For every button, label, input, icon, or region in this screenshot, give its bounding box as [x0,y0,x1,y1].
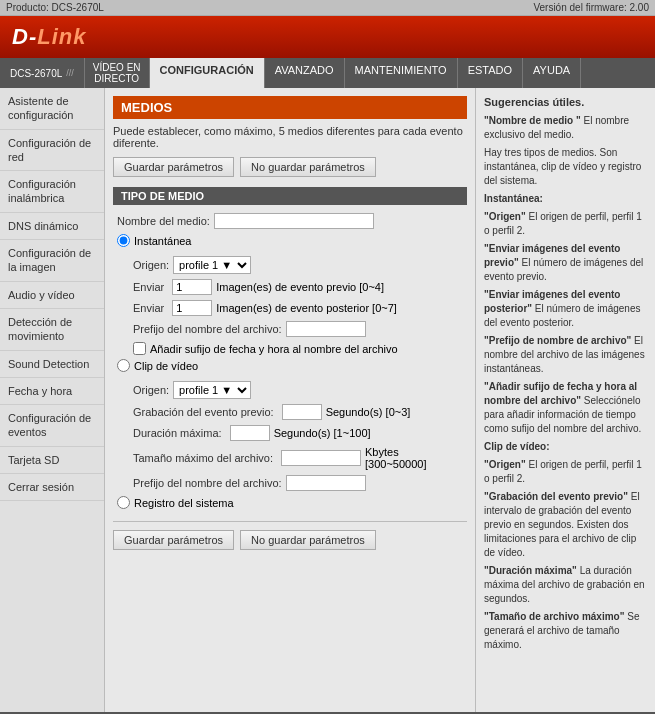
logo: D-Link [12,24,86,50]
max-duration-suffix: Segundo(s) [1~100] [274,427,371,439]
max-size-suffix: Kbytes [300~50000] [365,446,463,470]
content-area: MEDIOS Puede establecer, como máximo, 5 … [105,88,475,712]
sidebar-item-cerrar[interactable]: Cerrar sesión [0,474,104,501]
help-item-12: "Duración máxima" La duración máxima del… [484,564,647,606]
subsection-title: TIPO DE MEDIO [113,187,467,205]
send-post-label: Enviar [133,302,164,314]
sidebar-item-fecha[interactable]: Fecha y hora [0,378,104,405]
product-label: Producto: DCS-2670L [6,2,104,13]
send-post-input[interactable] [172,300,212,316]
breadcrumb-label: DCS-2670L [10,68,62,79]
record-prev-input[interactable] [282,404,322,420]
tab-ayuda[interactable]: AYUDA [523,58,581,88]
sidebar-item-dns[interactable]: DNS dinámico [0,213,104,240]
tab-mantenimiento[interactable]: MANTENIMIENTO [345,58,458,88]
tab-ayuda-label: AYUDA [533,64,570,76]
tab-estado[interactable]: ESTADO [458,58,523,88]
tab-configuracion[interactable]: CONFIGURACIÓN [150,58,265,88]
help-item-10: "Origen" El origen de perfil, perfil 1 o… [484,458,647,486]
help-item-9: Clip de vídeo: [484,440,647,454]
radio-instant-input[interactable] [117,234,130,247]
description: Puede establecer, como máximo, 5 medios … [113,125,467,149]
record-prev-row: Grabación del evento previo: Segundo(s) … [113,404,467,420]
main-layout: Asistente de configuración Configuración… [0,88,655,712]
help-item-1: "Nombre de medio " El nombre exclusivo d… [484,114,647,142]
send-prev-row: Enviar Imagen(es) de evento previo [0~4] [113,279,467,295]
radio-instant-row: Instantánea [113,234,467,251]
send-post-row: Enviar Imagen(es) de evento posterior [0… [113,300,467,316]
radio-clip-input[interactable] [117,359,130,372]
send-prev-label: Enviar [133,281,164,293]
sidebar: Asistente de configuración Configuración… [0,88,105,712]
help-panel: Sugerencias útiles. "Nombre de medio " E… [475,88,655,712]
sidebar-item-sound[interactable]: Sound Detection [0,351,104,378]
record-prev-label: Grabación del evento previo: [133,406,274,418]
help-item-11: "Grabación del evento previo" El interva… [484,490,647,560]
radio-syslog-row: Registro del sistema [113,496,467,513]
clip-origin-select[interactable]: profile 1 ▼ [173,381,251,399]
radio-instant-label: Instantánea [134,235,192,247]
separator [113,521,467,522]
nav-bar: DCS-2670L /// VÍDEO EN DIRECTO CONFIGURA… [0,58,655,88]
bottom-btn-row: Guardar parámetros No guardar parámetros [113,530,467,550]
sidebar-item-asistente[interactable]: Asistente de configuración [0,88,104,130]
prefix-row: Prefijo del nombre del archivo: [113,321,467,337]
help-item-6: "Enviar imágenes del evento posterior" E… [484,288,647,330]
tab-mantenimiento-label: MANTENIMIENTO [355,64,447,76]
max-size-row: Tamaño máximo del archivo: Kbytes [300~5… [113,446,467,470]
help-item-4: "Origen" El origen de perfil, perfil 1 o… [484,210,647,238]
top-bar: Producto: DCS-2670L Versión del firmware… [0,0,655,16]
media-name-label: Nombre del medio: [117,215,210,227]
save-params-btn-top[interactable]: Guardar parámetros [113,157,234,177]
radio-clip: Clip de vídeo [117,359,198,372]
help-item-7: "Prefijo de nombre de archivo" El nombre… [484,334,647,376]
suffix-label: Añadir sufijo de fecha y hora al nombre … [150,343,398,355]
sidebar-item-inalambrica[interactable]: Configuración inalámbrica [0,171,104,213]
clip-prefix-input[interactable] [286,475,366,491]
origin-select[interactable]: profile 1 ▼ [173,256,251,274]
clip-origin-label: Origen: [133,384,169,396]
media-name-row: Nombre del medio: [113,213,467,229]
sidebar-item-audio-video[interactable]: Audio y vídeo [0,282,104,309]
radio-syslog-label: Registro del sistema [134,497,234,509]
radio-syslog-input[interactable] [117,496,130,509]
tab-avanzado-label: AVANZADO [275,64,334,76]
send-prev-input[interactable] [172,279,212,295]
max-duration-label: Duración máxima: [133,427,222,439]
max-size-input[interactable] [281,450,361,466]
top-btn-row: Guardar parámetros No guardar parámetros [113,157,467,177]
send-prev-suffix: Imagen(es) de evento previo [0~4] [216,281,384,293]
tab-video-directo[interactable]: VÍDEO EN DIRECTO [85,58,150,88]
sidebar-item-eventos[interactable]: Configuración de eventos [0,405,104,447]
nosave-params-btn-top[interactable]: No guardar parámetros [240,157,376,177]
sidebar-item-tarjeta[interactable]: Tarjeta SD [0,447,104,474]
max-duration-input[interactable] [230,425,270,441]
record-prev-suffix: Segundo(s) [0~3] [326,406,411,418]
radio-clip-row: Clip de vídeo [113,359,467,376]
clip-origin-row: Origen: profile 1 ▼ [113,381,467,399]
sidebar-item-imagen[interactable]: Configuración de la imagen [0,240,104,282]
save-params-btn-bottom[interactable]: Guardar parámetros [113,530,234,550]
tab-estado-label: ESTADO [468,64,512,76]
sidebar-item-red[interactable]: Configuración de red [0,130,104,172]
prefix-input[interactable] [286,321,366,337]
origin-label: Origen: [133,259,169,271]
radio-instant: Instantánea [117,234,192,247]
help-item-13: "Tamaño de archivo máximo" Se generará e… [484,610,647,652]
help-item-5: "Enviar imágenes del evento previo" El n… [484,242,647,284]
nosave-params-btn-bottom[interactable]: No guardar parámetros [240,530,376,550]
help-item-2: Hay tres tipos de medios. Son instantáne… [484,146,647,188]
media-name-input[interactable] [214,213,374,229]
section-title: MEDIOS [113,96,467,119]
radio-syslog: Registro del sistema [117,496,234,509]
sidebar-item-deteccion[interactable]: Detección de movimiento [0,309,104,351]
clip-prefix-row: Prefijo del nombre del archivo: [113,475,467,491]
breadcrumb-item[interactable]: DCS-2670L /// [0,58,85,88]
tab-avanzado[interactable]: AVANZADO [265,58,345,88]
breadcrumb-icon: /// [66,68,74,78]
max-size-label: Tamaño máximo del archivo: [133,452,273,464]
suffix-checkbox[interactable] [133,342,146,355]
suffix-checkbox-row: Añadir sufijo de fecha y hora al nombre … [113,342,467,355]
help-item-3: Instantánea: [484,192,647,206]
help-item-8: "Añadir sufijo de fecha y hora al nombre… [484,380,647,436]
